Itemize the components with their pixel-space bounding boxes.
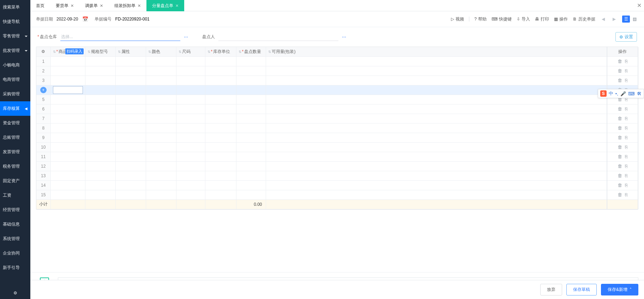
warehouse-more-icon[interactable]: ⋯ [184,35,188,40]
copy-row-icon[interactable]: ⎘ [625,183,628,188]
save-draft-button[interactable]: 保存草稿 [566,284,597,295]
table-row[interactable]: 9 [36,133,607,142]
delete-row-icon[interactable]: 🗑 [618,192,622,197]
row-number[interactable]: + [36,85,50,95]
counter-input[interactable] [218,33,338,41]
row-number[interactable]: 5 [36,95,50,104]
table-row[interactable]: 2 [36,66,607,76]
scan-badge[interactable]: 扫码录入 [65,48,84,54]
table-row[interactable]: 1 [36,56,607,66]
view-card[interactable]: ▤ [631,16,638,23]
discard-button[interactable]: 放弃 [540,284,562,295]
ime-lang[interactable]: 中 [609,90,613,97]
copy-row-icon[interactable]: ⎘ [625,192,628,197]
delete-row-icon[interactable]: 🗑 [618,125,622,131]
copy-row-icon[interactable]: ⎘ [625,68,628,73]
sidebar-item-ecommerce[interactable]: 电商管理 [0,72,30,87]
row-number[interactable]: 13 [36,171,50,180]
close-all-tabs[interactable]: ✕ [634,2,644,9]
table-row[interactable]: 3 [36,76,607,85]
delete-row-icon[interactable]: 🗑 [618,135,622,140]
sidebar-item-quicknav[interactable]: 快捷导航 [0,14,30,29]
ime-settings-icon[interactable]: 🛠 [637,91,642,96]
sidebar-item-salary[interactable]: 工资 [0,188,30,203]
col-color[interactable]: ⇅颜色 [146,47,176,56]
delete-row-icon[interactable]: 🗑 [618,68,622,73]
tab-assemble[interactable]: 组装拆卸单✕ [109,0,146,11]
row-number[interactable]: 11 [36,152,50,161]
delete-row-icon[interactable]: 🗑 [618,116,622,121]
print-link[interactable]: 🖶打印 [535,16,549,22]
col-attr[interactable]: ⇅属性 [115,47,146,56]
col-spec[interactable]: ⇅规格型号 [85,47,115,56]
table-row[interactable]: 6 [36,104,607,114]
sidebar-item-system[interactable]: 系统管理 [0,232,30,246]
ime-mic-icon[interactable]: 🎤 [620,91,626,96]
col-qty[interactable]: ⇅*盘点数量 [236,47,266,56]
copy-row-icon[interactable]: ⎘ [625,78,628,83]
save-new-button[interactable]: 保存&新增˄ [601,284,638,295]
tab-request[interactable]: 要货单✕ [50,0,79,11]
sidebar-item-baseinfo[interactable]: 基础信息 [0,217,30,232]
delete-row-icon[interactable]: 🗑 [618,59,622,64]
copy-row-icon[interactable]: ⎘ [625,173,628,178]
copy-row-icon[interactable]: ⎘ [625,144,628,150]
import-link[interactable]: ⇩导入 [517,16,530,22]
shortcut-link[interactable]: ⌨快捷键 [492,16,512,22]
sidebar-settings-icon[interactable]: ⚙ [0,287,30,299]
sidebar-item-asset[interactable]: 固定资产 [0,174,30,188]
delete-row-icon[interactable]: 🗑 [618,154,622,159]
sidebar-item-collab[interactable]: 企业协同 [0,246,30,261]
delete-row-icon[interactable]: 🗑 [618,106,622,112]
sidebar-item-tax[interactable]: 税务管理 [0,159,30,174]
close-icon[interactable]: ✕ [138,0,141,11]
copy-row-icon[interactable]: ⎘ [625,116,628,121]
row-number[interactable]: 14 [36,180,50,190]
delete-row-icon[interactable]: 🗑 [618,183,622,188]
date-value[interactable]: 2022-09-20 [56,17,78,22]
sidebar-item-purchase[interactable]: 采购管理 [0,87,30,101]
table-row[interactable]: 14 [36,180,607,190]
row-number[interactable]: 8 [36,123,50,133]
close-icon[interactable]: ✕ [71,0,74,11]
delete-row-icon[interactable]: 🗑 [618,173,622,178]
table-row[interactable]: 11 [36,152,607,161]
row-number[interactable]: 10 [36,142,50,152]
col-size[interactable]: ⇅尺码 [176,47,205,56]
row-number[interactable]: 6 [36,104,50,114]
sidebar-item-search[interactable]: 搜索菜单 [0,0,30,14]
col-available[interactable]: ⇅可用量(包装) [266,47,607,56]
warehouse-input[interactable] [60,33,180,41]
close-icon[interactable]: ✕ [100,0,103,11]
copy-row-icon[interactable]: ⎘ [625,106,628,112]
row-number[interactable]: 7 [36,114,50,123]
sidebar-item-xiaochang[interactable]: 小畅电商 [0,58,30,72]
history-link[interactable]: 🗎历史单据 [573,16,595,22]
sidebar-item-guide[interactable]: 新手引导 [0,261,30,275]
row-number[interactable]: 3 [36,76,50,85]
delete-row-icon[interactable]: 🗑 [618,78,622,83]
sidebar-item-operation[interactable]: 经营管理 [0,203,30,217]
tab-home[interactable]: 首页 [30,0,50,11]
col-unit[interactable]: ⇅*库存单位 [205,47,236,56]
copy-row-icon[interactable]: ⎘ [625,163,628,169]
settings-button[interactable]: ⚙设置 [615,32,637,42]
video-link[interactable]: ▷视频 [451,16,464,22]
copy-row-icon[interactable]: ⎘ [625,154,628,159]
product-cell-input[interactable] [53,86,83,94]
delete-row-icon[interactable]: 🗑 [618,163,622,169]
sidebar-item-inventory[interactable]: 库存核算◀ [0,101,30,116]
tab-transfer[interactable]: 调拨单✕ [79,0,109,11]
ime-punct-icon[interactable]: •, [615,91,618,96]
view-list[interactable]: ☰ [622,16,630,23]
sidebar-item-retail[interactable]: 零售管理 [0,29,30,43]
copy-row-icon[interactable]: ⎘ [625,135,628,140]
tab-inventory-count[interactable]: 分量盘点单✕ [146,0,184,11]
calendar-icon[interactable]: 📅 [82,16,88,22]
table-row[interactable]: 15 [36,190,607,199]
sidebar-item-ledger[interactable]: 总账管理 [0,130,30,145]
prev-bill[interactable]: ◀ [600,17,606,22]
table-row[interactable]: 8 [36,123,607,133]
next-bill[interactable]: ▶ [611,17,617,22]
row-number[interactable]: 2 [36,66,50,76]
